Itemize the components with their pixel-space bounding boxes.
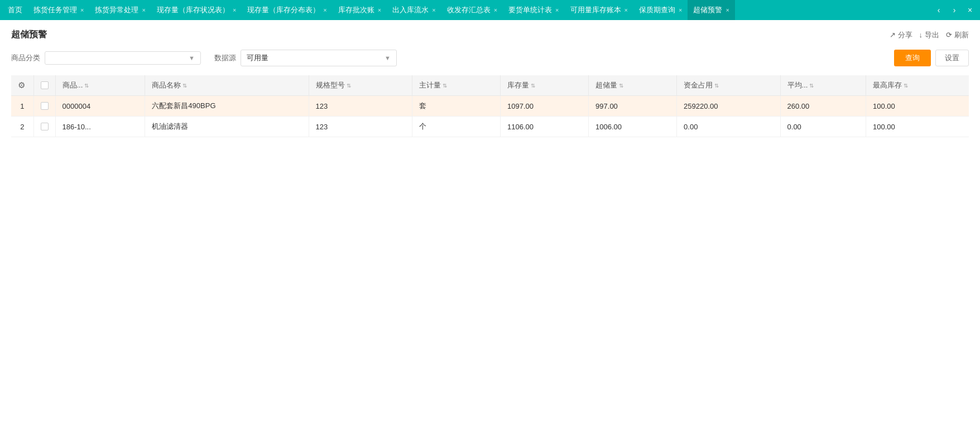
sort-icon: ⇅ [347, 83, 351, 89]
settings-button[interactable]: 设置 [935, 50, 969, 66]
cell-product-code: 0000004 [55, 96, 145, 117]
close-tab-button[interactable]: × [962, 2, 978, 18]
close-icon[interactable]: × [624, 7, 628, 13]
th-product-code[interactable]: 商品... ⇅ [55, 75, 145, 96]
filter-row: 商品分类 ▼ 数据源 可用量 ▼ 查询 设置 [11, 50, 969, 66]
row-index: 2 [11, 117, 33, 137]
close-icon[interactable]: × [233, 7, 236, 13]
topbar-inventory-batch[interactable]: 库存批次账 × [333, 0, 387, 20]
close-icon[interactable]: × [323, 7, 326, 13]
close-icon[interactable]: × [555, 7, 559, 13]
sort-icon: ⇅ [809, 83, 814, 89]
sort-icon: ⇅ [84, 83, 89, 89]
category-filter: 商品分类 ▼ [11, 51, 201, 65]
cell-spec: 123 [309, 117, 412, 137]
cell-max-stock: 100.00 [866, 96, 969, 117]
table-row: 2 186-10... 机油滤清器 123 个 1106.00 1006.00 … [11, 117, 969, 137]
cell-avg: 260.00 [780, 96, 866, 117]
cell-unit: 套 [412, 96, 501, 117]
cell-stock: 1106.00 [501, 117, 589, 137]
datasource-filter: 数据源 可用量 ▼ [214, 50, 397, 66]
close-icon[interactable]: × [80, 7, 84, 13]
share-icon: ↗ [890, 31, 896, 39]
cell-capital: 259220.00 [677, 96, 780, 117]
th-avg[interactable]: 平均... ⇅ [780, 75, 866, 96]
close-icon[interactable]: × [726, 7, 729, 13]
topbar-collect-summary[interactable]: 收发存汇总表 × [441, 0, 503, 20]
sort-icon: ⇅ [619, 83, 623, 89]
th-max-stock[interactable]: 最高库存 ⇅ [866, 75, 969, 96]
filter-actions: 查询 设置 [894, 50, 969, 66]
page-container: 超储预警 ↗ 分享 ↓ 导出 ⟳ 刷新 商品分类 ▼ 数据源 [0, 20, 980, 146]
datasource-label: 数据源 [214, 53, 236, 63]
topbar-order-stats[interactable]: 要货单统计表 × [503, 0, 564, 20]
th-capital[interactable]: 资金占用 ⇅ [677, 75, 780, 96]
close-icon[interactable]: × [378, 7, 381, 13]
row-checkbox[interactable] [41, 102, 49, 110]
table-header-row: ⚙ 商品... ⇅ 商品名称 ⇅ [11, 75, 969, 96]
topbar-picking-exception[interactable]: 拣货异常处理 × [89, 0, 151, 20]
topbar-available-stock[interactable]: 可用量库存账本 × [565, 0, 633, 20]
page-title: 超储预警 [11, 29, 47, 41]
cell-max-stock: 100.00 [866, 117, 969, 137]
prev-tab-button[interactable]: ‹ [931, 2, 947, 18]
topbar-home[interactable]: 首页 [2, 0, 28, 20]
chevron-down-icon: ▼ [189, 55, 195, 61]
cell-stock: 1097.00 [501, 96, 589, 117]
gear-icon[interactable]: ⚙ [18, 80, 25, 90]
select-all-checkbox[interactable] [41, 81, 49, 89]
th-stock[interactable]: 库存量 ⇅ [501, 75, 589, 96]
cell-avg: 0.00 [780, 117, 866, 137]
row-index: 1 [11, 96, 33, 117]
topbar-inventory-status[interactable]: 现存量（库存状况表） × [151, 0, 242, 20]
topbar-inventory-dist[interactable]: 现存量（库存分布表） × [242, 0, 332, 20]
export-icon: ↓ [919, 31, 923, 39]
datasource-select-value: 可用量 [247, 53, 268, 63]
refresh-icon: ⟳ [946, 31, 952, 39]
page-actions: ↗ 分享 ↓ 导出 ⟳ 刷新 [890, 30, 969, 40]
close-icon[interactable]: × [679, 7, 682, 13]
th-unit[interactable]: 主计量 ⇅ [412, 75, 501, 96]
cell-product-name: 六配套新昌490BPG [145, 96, 309, 117]
sort-icon: ⇅ [904, 83, 908, 89]
chevron-down-icon: ▼ [385, 55, 391, 61]
close-icon[interactable]: × [142, 7, 145, 13]
category-select[interactable]: ▼ [45, 51, 201, 65]
next-tab-button[interactable]: › [947, 2, 962, 18]
th-product-name[interactable]: 商品名称 ⇅ [145, 75, 309, 96]
export-button[interactable]: ↓ 导出 [919, 30, 940, 40]
sort-icon: ⇅ [714, 83, 719, 89]
topbar: 首页 拣货任务管理 × 拣货异常处理 × 现存量（库存状况表） × 现存量（库存… [0, 0, 980, 20]
th-spec[interactable]: 规格型号 ⇅ [309, 75, 412, 96]
close-icon[interactable]: × [432, 7, 435, 13]
cell-overstock: 1006.00 [589, 117, 677, 137]
datasource-select[interactable]: 可用量 ▼ [241, 50, 397, 66]
row-checkbox-cell [33, 117, 55, 137]
cell-product-code: 186-10... [55, 117, 145, 137]
sort-icon: ⇅ [182, 83, 187, 89]
th-settings: ⚙ [11, 75, 33, 96]
category-label: 商品分类 [11, 53, 40, 63]
sort-icon: ⇅ [443, 83, 447, 89]
topbar-picking-task[interactable]: 拣货任务管理 × [28, 0, 89, 20]
cell-spec: 123 [309, 96, 412, 117]
topbar-navigation: ‹ › × [931, 2, 978, 18]
sort-icon: ⇅ [531, 83, 535, 89]
row-checkbox-cell [33, 96, 55, 117]
cell-overstock: 997.00 [589, 96, 677, 117]
cell-product-name: 机油滤清器 [145, 117, 309, 137]
page-header: 超储预警 ↗ 分享 ↓ 导出 ⟳ 刷新 [11, 29, 969, 41]
data-table: ⚙ 商品... ⇅ 商品名称 ⇅ [11, 75, 969, 137]
refresh-button[interactable]: ⟳ 刷新 [946, 30, 969, 40]
row-checkbox[interactable] [41, 123, 49, 130]
cell-unit: 个 [412, 117, 501, 137]
close-icon[interactable]: × [494, 7, 497, 13]
share-button[interactable]: ↗ 分享 [890, 30, 912, 40]
topbar-overstock-warning[interactable]: 超储预警 × [688, 0, 734, 20]
topbar-quality-check[interactable]: 保质期查询 × [633, 0, 688, 20]
query-button[interactable]: 查询 [894, 50, 931, 66]
table-row: 1 0000004 六配套新昌490BPG 123 套 1097.00 997.… [11, 96, 969, 117]
topbar-inout-flow[interactable]: 出入库流水 × [387, 0, 441, 20]
cell-capital: 0.00 [677, 117, 780, 137]
th-overstock[interactable]: 超储量 ⇅ [589, 75, 677, 96]
